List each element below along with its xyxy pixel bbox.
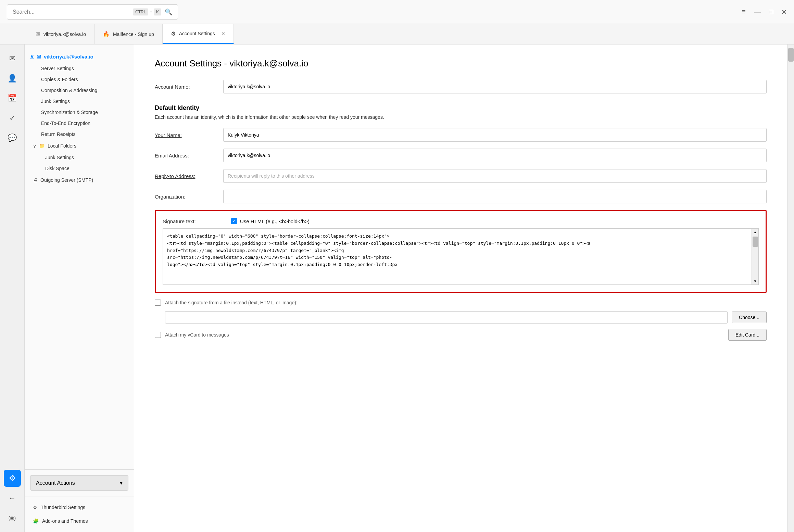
nav-item-e2e-encryption[interactable]: End-To-End Encryption [25,118,134,129]
account-name-label: Account Name: [155,84,223,90]
search-bar: CTRL + K 🔍 [7,4,178,20]
vcard-row: Attach my vCard to messages Edit Card... [155,329,767,341]
choose-button[interactable]: Choose... [732,312,767,323]
nav-addons-themes[interactable]: 🧩 Add-ons and Themes [30,516,128,527]
thunderbird-settings-label: Thunderbird Settings [41,505,85,510]
nav-account-item[interactable]: ∨ ✉ viktoriya.k@solva.io [25,50,134,63]
sig-scrollbar: ▲ ▼ [752,229,758,284]
nav-outgoing-server[interactable]: 🖨 Outgoing Server (SMTP) [25,174,134,186]
right-scroll-track [787,45,794,532]
sidebar-icon-settings[interactable]: ⚙ [4,470,21,487]
signature-section: Signature text: ✓ Use HTML (e.g., <b>bol… [155,210,767,293]
right-scroll-handle[interactable] [788,48,794,62]
kbd-plus: + [150,9,152,14]
use-html-checkbox-row: ✓ Use HTML (e.g., <b>bold</b>) [231,218,310,224]
nav-thunderbird-settings[interactable]: ⚙ Thunderbird Settings [30,502,128,513]
attach-sig-label: Attach the signature from a file instead… [165,300,298,305]
reply-to-row: Reply-to Address: [155,169,767,183]
addons-icon: 🧩 [33,518,39,524]
tab-inbox-label: viktoriya.k@solva.io [43,31,86,37]
account-actions-label: Account Actions [36,480,75,486]
nav-item-disk-space[interactable]: Disk Space [25,163,134,174]
signature-textarea[interactable] [163,229,758,283]
sidebar-icon-chat[interactable]: 💬 [4,129,21,147]
attach-vcard-checkbox[interactable] [155,332,161,338]
use-html-checkbox[interactable]: ✓ [231,218,237,224]
tab-mailfence-icon: 🔥 [103,31,110,37]
nav-folder-chevron: ∨ [33,143,36,149]
scroll-thumb[interactable] [753,237,758,247]
scroll-up-button[interactable]: ▲ [754,230,757,234]
right-scrollbar [787,45,794,532]
attach-sig-row: Attach the signature from a file instead… [155,300,767,306]
org-label: Organization: [155,194,223,200]
hamburger-button[interactable]: ≡ [742,8,746,16]
tab-close-button[interactable]: ✕ [221,31,225,36]
nav-account-icon: ✉ [37,53,41,60]
account-actions-button[interactable]: Account Actions ▾ [30,475,128,491]
signature-header-row: Signature text: ✓ Use HTML (e.g., <b>bol… [163,218,759,224]
close-window-button[interactable]: ✕ [781,8,787,16]
tab-inbox[interactable]: ✉ viktoriya.k@solva.io [27,24,94,44]
nav-item-sync-storage[interactable]: Synchronization & Storage [25,107,134,118]
tab-mailfence-label: Mailfence - Sign up [113,31,154,37]
reply-to-input[interactable] [223,169,767,183]
tab-inbox-icon: ✉ [36,31,40,37]
title-bar: CTRL + K 🔍 ≡ — □ ✕ [0,0,794,24]
search-icon: 🔍 [165,8,172,16]
window-controls: ≡ — □ ✕ [742,8,787,16]
nav-local-folders[interactable]: ∨ 📁 Local Folders [25,140,134,152]
nav-item-return-receipts[interactable]: Return Receipts [25,129,134,140]
account-name-input[interactable] [223,80,767,93]
page-title: Account Settings - viktoriya.k@solva.io [155,58,767,69]
scroll-down-button[interactable]: ▼ [754,279,757,283]
org-input[interactable] [223,190,767,203]
nav-tree: ∨ ✉ viktoriya.k@solva.io Server Settings… [25,45,134,469]
addons-label: Add-ons and Themes [42,518,88,524]
nav-folder-label: Local Folders [48,143,76,149]
nav-outgoing-icon: 🖨 [33,177,38,183]
kbd-k: K [154,9,161,15]
org-row: Organization: [155,190,767,203]
your-name-input[interactable] [223,128,767,142]
nav-item-server-settings[interactable]: Server Settings [25,63,134,74]
sidebar-icon-radio[interactable]: (◉) [4,509,21,527]
default-identity-desc: Each account has an identity, which is t… [155,114,767,120]
your-name-row: Your Name: [155,128,767,142]
nav-item-junk-settings[interactable]: Junk Settings [25,96,134,107]
account-actions-chevron: ▾ [120,480,123,486]
nav-bottom: ⚙ Thunderbird Settings 🧩 Add-ons and The… [25,496,134,532]
maximize-button[interactable]: □ [769,8,773,16]
attach-sig-file-input[interactable] [165,311,728,324]
use-html-label: Use HTML (e.g., <b>bold</b>) [240,218,310,224]
sidebar-icon-calendar[interactable]: 📅 [4,90,21,107]
nav-panel: ∨ ✉ viktoriya.k@solva.io Server Settings… [25,45,134,532]
signature-label: Signature text: [163,218,231,224]
sidebar-icon-mail[interactable]: ✉ [4,50,21,67]
tab-account-settings[interactable]: ⚙ Account Settings ✕ [163,24,234,44]
nav-actions: Account Actions ▾ [25,469,134,496]
content-panel: Account Settings - viktoriya.k@solva.io … [134,45,787,532]
nav-folder-icon: 📁 [39,143,45,149]
tab-settings-label: Account Settings [179,31,215,36]
account-name-row: Account Name: [155,80,767,93]
tab-mailfence[interactable]: 🔥 Mailfence - Sign up [94,24,163,44]
nav-outgoing-label: Outgoing Server (SMTP) [40,177,93,183]
search-input[interactable] [13,9,129,15]
reply-to-label: Reply-to Address: [155,173,223,179]
email-label: Email Address: [155,153,223,159]
sidebar-icon-contacts[interactable]: 👤 [4,70,21,87]
attach-sig-checkbox[interactable] [155,300,161,306]
edit-card-button[interactable]: Edit Card... [728,329,767,341]
sidebar-icon-back[interactable]: ← [4,490,21,507]
default-identity-title: Default Identity [155,104,767,112]
nav-item-composition-addressing[interactable]: Composition & Addressing [25,85,134,96]
signature-text-area: ▲ ▼ [163,228,759,285]
email-input[interactable] [223,149,767,162]
sidebar-icon-tasks[interactable]: ✓ [4,110,21,127]
main-layout: ✉ 👤 📅 ✓ 💬 ⚙ ← (◉) ∨ ✉ viktoriya.k@solva.… [0,45,794,532]
nav-account-chevron: ∨ [30,53,34,60]
nav-item-copies-folders[interactable]: Copies & Folders [25,74,134,85]
minimize-button[interactable]: — [754,8,761,16]
nav-item-local-junk[interactable]: Junk Settings [25,152,134,163]
